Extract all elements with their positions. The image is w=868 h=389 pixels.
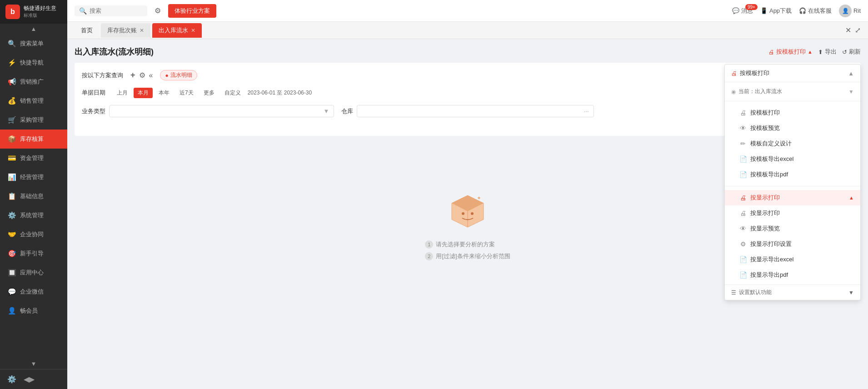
- template-pdf-icon: 📄: [739, 171, 747, 178]
- sidebar-item-weixin[interactable]: 💬 企业微信: [0, 282, 67, 301]
- tip-num-1: 1: [425, 240, 433, 249]
- warehouse-filter[interactable]: ···: [357, 105, 594, 117]
- date-btn-last-month[interactable]: 上月: [113, 88, 132, 98]
- display-print-item[interactable]: 🖨 按显示打印: [725, 205, 860, 221]
- display-preview-item[interactable]: 👁 按显示预览: [725, 221, 860, 236]
- template-print-item[interactable]: 🖨 按模板打印: [725, 105, 860, 120]
- display-settings-item[interactable]: ⚙ 按显示打印设置: [725, 236, 860, 252]
- sidebar-scroll-up[interactable]: ▲: [0, 24, 67, 34]
- trial-btn[interactable]: 体验行业方案: [168, 4, 216, 18]
- maximize-tab-win-btn[interactable]: ⤢: [855, 26, 861, 35]
- sidebar-item-inventory[interactable]: 📦 库存核算: [0, 130, 67, 149]
- tab-batch[interactable]: 库存批次账 ✕: [101, 23, 150, 38]
- purchase-icon: 🛒: [7, 115, 16, 125]
- sidebar-item-member[interactable]: 👤 畅会员: [0, 301, 67, 320]
- warehouse-label: 仓库: [341, 107, 353, 115]
- business-type-group: 业务类型 ▼: [82, 105, 334, 117]
- date-btn-more[interactable]: 更多: [200, 88, 219, 98]
- sidebar-item-purchase[interactable]: 🛒 采购管理: [0, 110, 67, 130]
- empty-illustration: ✦ ✦: [445, 189, 490, 229]
- business-type-filter[interactable]: ▼: [109, 105, 334, 117]
- sidebar-bottom: ⚙️ ◀▶: [0, 369, 67, 389]
- print-icon: 🖨: [768, 49, 774, 55]
- display-export-pdf-item[interactable]: 📄 按显示导出pdf: [725, 267, 860, 283]
- sidebar-item-operations[interactable]: 📊 经营管理: [0, 168, 67, 187]
- marketing-icon: 📢: [7, 77, 16, 86]
- print-template-btn[interactable]: 🖨 按模板打印 ▲: [768, 48, 813, 56]
- page-content: 出入库流水(流水明细) 🖨 按模板打印 ▲ ⬆ 导出 ↺ 刷新: [67, 39, 868, 389]
- template-custom-item[interactable]: ✏ 模板自定义设计: [725, 136, 860, 151]
- weixin-icon: 💬: [7, 287, 16, 296]
- dropdown-footer[interactable]: ☰ 设置默认功能 ▼: [725, 284, 860, 300]
- sidebar-item-capital[interactable]: 💳 资金管理: [0, 149, 67, 168]
- dropdown-close-chevron[interactable]: ▲: [848, 70, 854, 77]
- settings-icon[interactable]: ⚙️: [7, 375, 16, 384]
- app-name: 畅捷通好生意: [24, 5, 56, 12]
- refresh-btn[interactable]: ↺ 刷新: [842, 48, 861, 56]
- customer-service-btn[interactable]: 🎧 在线客服: [799, 7, 832, 15]
- display-preview-icon: 👁: [739, 225, 747, 232]
- active-filter-tag-1[interactable]: ● 流水明细: [160, 70, 197, 80]
- display-section-header[interactable]: 🖨 按显示打印 ▲: [725, 190, 860, 205]
- search-icon: 🔍: [7, 39, 16, 48]
- sidebar-item-sales[interactable]: 💰 销售管理: [0, 91, 67, 110]
- sidebar-item-basic[interactable]: 📋 基础信息: [0, 187, 67, 206]
- sidebar-scroll-down[interactable]: ▼: [0, 359, 67, 369]
- system-icon: ⚙️: [7, 211, 16, 220]
- date-btn-this-year[interactable]: 本年: [155, 88, 174, 98]
- date-filter-label: 单据日期: [82, 89, 105, 97]
- sidebar-item-system[interactable]: ⚙️ 系统管理: [0, 206, 67, 225]
- tab-batch-close[interactable]: ✕: [140, 27, 144, 34]
- sidebar-item-enterprise[interactable]: 🤝 企业协同: [0, 225, 67, 244]
- app-edition: 标准版: [24, 12, 56, 19]
- date-btn-this-month[interactable]: 本月: [134, 88, 153, 98]
- filter-settings-btn[interactable]: ⚙: [139, 71, 145, 80]
- tab-flow-close[interactable]: ✕: [191, 27, 195, 34]
- tab-flow[interactable]: 出入库流水 ✕: [152, 23, 202, 38]
- dropdown-print-icon: 🖨: [731, 70, 737, 77]
- display-export-excel-item[interactable]: 📄 按显示导出excel: [725, 252, 860, 267]
- message-badge: 99+: [745, 4, 758, 10]
- sidebar-item-guide[interactable]: 🎯 新手引导: [0, 244, 67, 263]
- avatar: 👤: [839, 5, 852, 17]
- current-chevron-icon[interactable]: ▼: [848, 89, 854, 95]
- topbar-gear-btn[interactable]: ⚙: [151, 4, 165, 18]
- filter-tag-icon: ●: [165, 72, 168, 79]
- date-btn-7days[interactable]: 近7天: [175, 88, 198, 98]
- export-btn[interactable]: ⬆ 导出: [818, 48, 837, 56]
- search-input[interactable]: [90, 7, 135, 14]
- sidebar-item-search[interactable]: 🔍 搜索菜单: [0, 34, 67, 53]
- guide-icon: 🎯: [7, 249, 16, 258]
- tab-home[interactable]: 首页: [75, 23, 99, 38]
- topbar: 🔍 ⚙ 体验行业方案 💬 消息 99+ 📱 App下载 🎧 在线客服: [67, 0, 868, 22]
- template-section: 🖨 按模板打印 👁 按模板预览 ✏ 模板自定义设计 📄: [725, 103, 860, 184]
- date-btn-custom[interactable]: 自定义: [220, 88, 245, 98]
- template-export-pdf-item[interactable]: 📄 按模板导出pdf: [725, 167, 860, 182]
- tab-win-controls: ✕ ⤢: [845, 26, 861, 35]
- template-export-excel-item[interactable]: 📄 按模板导出excel: [725, 151, 860, 167]
- filter-collapse-btn[interactable]: «: [149, 71, 153, 80]
- close-tab-win-btn[interactable]: ✕: [845, 26, 851, 35]
- add-filter-btn[interactable]: +: [130, 70, 135, 80]
- sidebar-nav: 🔍 搜索菜单 ⚡ 快捷导航 📢 营销推广 💰 销售管理 🛒 采购管理 📦 库存核…: [0, 34, 67, 359]
- app-download-icon: 📱: [760, 7, 768, 14]
- collapse-sidebar-icon[interactable]: ◀▶: [24, 375, 35, 384]
- footer-settings-icon: ☰: [731, 289, 736, 296]
- template-preview-item[interactable]: 👁 按模板预览: [725, 120, 860, 136]
- date-range-text: 2023-06-01 至 2023-06-30: [248, 89, 312, 97]
- user-avatar[interactable]: 👤 Rit: [839, 5, 861, 17]
- tabs-bar: 首页 库存批次账 ✕ 出入库流水 ✕ ✕ ⤢: [67, 22, 868, 39]
- sidebar-item-apps[interactable]: 🔲 应用中心: [0, 263, 67, 282]
- sidebar-item-quick[interactable]: ⚡ 快捷导航: [0, 53, 67, 72]
- svg-point-3: [462, 212, 464, 215]
- quick-icon: ⚡: [7, 58, 16, 67]
- sidebar-item-marketing[interactable]: 📢 营销推广: [0, 72, 67, 91]
- enterprise-icon: 🤝: [7, 230, 16, 239]
- refresh-icon: ↺: [842, 49, 847, 55]
- message-btn[interactable]: 💬 消息 99+: [732, 7, 753, 15]
- page-title: 出入库流水(流水明细): [75, 46, 154, 57]
- template-custom-icon: ✏: [739, 140, 747, 147]
- app-download-btn[interactable]: 📱 App下载: [760, 7, 792, 15]
- display-print-icon: 🖨: [739, 209, 747, 217]
- active-filter-tags: ● 流水明细: [160, 70, 197, 80]
